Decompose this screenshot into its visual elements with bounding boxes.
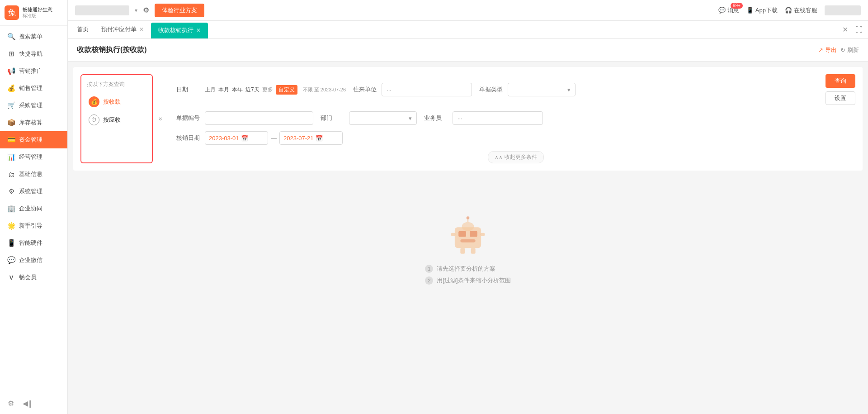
empty-tips: 1 请先选择要分析的方案 2 用[过滤]条件来缩小分析范围: [425, 265, 510, 285]
doctype-select[interactable]: ▾: [508, 83, 576, 96]
online-service-btn[interactable]: 🎧 在线客服: [785, 6, 817, 14]
filter-option-receivable[interactable]: ⏱ 按应收: [87, 111, 146, 129]
main-area: ▾ ⚙ 体验行业方案 💬 消息 99+ 📱 App下载 🎧 在线客服 首页: [68, 0, 868, 414]
sidebar-item-label: 系统管理: [19, 187, 42, 195]
sidebar-item-label: 基础信息: [19, 170, 42, 178]
doctype-label: 单据类型: [479, 86, 504, 94]
marketing-icon: 📢: [7, 67, 15, 75]
partner-filter-item: 往来单位 ···: [353, 83, 472, 96]
sidebar-item-inventory[interactable]: 📦 库存核算: [0, 114, 67, 131]
refresh-icon: ↻: [840, 47, 845, 53]
topbar-dropdown-arrow[interactable]: ▾: [135, 7, 137, 14]
sidebar-item-search[interactable]: 🔍 搜索菜单: [0, 28, 67, 45]
search-icon: 🔍: [7, 33, 15, 41]
date-opt-more[interactable]: 更多: [262, 86, 273, 94]
sidebar-item-marketing[interactable]: 📢 营销推广: [0, 62, 67, 80]
sidebar-item-purchase[interactable]: 🛒 采购管理: [0, 97, 67, 114]
verify-date-start[interactable]: 2023-03-01 📅: [205, 131, 268, 145]
sidebar-item-member[interactable]: V 畅会员: [0, 269, 67, 286]
verify-date-label: 核销日期: [176, 134, 201, 142]
topbar-gear-icon[interactable]: ⚙: [143, 6, 149, 14]
page-header: 收款核销执行(按收款) ↗ 导出 ↻ 刷新: [68, 39, 868, 62]
wechat-icon: 💬: [7, 256, 15, 264]
sidebar-item-label: 资金管理: [19, 136, 42, 144]
industry-btn[interactable]: 体验行业方案: [155, 4, 204, 17]
partner-dots: ···: [387, 86, 392, 93]
app-edition: 标准版: [23, 13, 52, 19]
sidebar-item-label: 企业协同: [19, 205, 42, 213]
date-opt-custom[interactable]: 自定义: [276, 85, 297, 95]
tab-home[interactable]: 首页: [71, 21, 94, 38]
sidebar-item-quick[interactable]: ⊞ 快捷导航: [0, 45, 67, 62]
sidebar-item-sales[interactable]: 💰 销售管理: [0, 80, 67, 97]
date-opt-lastmonth[interactable]: 上月: [205, 86, 216, 94]
filter-option-receipt[interactable]: 💰 按收款: [87, 93, 146, 111]
tab-prepayment-close[interactable]: ✕: [139, 26, 144, 33]
tab-receipt-verify-close[interactable]: ✕: [196, 27, 201, 33]
export-label: 导出: [825, 46, 837, 54]
topbar-right: 💬 消息 99+ 📱 App下载 🎧 在线客服: [718, 5, 861, 15]
collapse-sidebar-icon[interactable]: ◀‖: [21, 397, 33, 409]
message-btn[interactable]: 💬 消息 99+: [718, 6, 739, 14]
setting-btn[interactable]: 设置: [826, 91, 855, 105]
tab-expand-icon[interactable]: ⛶: [854, 24, 864, 36]
system-icon: ⚙: [7, 187, 15, 195]
verify-date-end[interactable]: 2023-07-21 📅: [279, 131, 343, 145]
query-btn[interactable]: 查询: [826, 74, 855, 88]
app-name: 畅捷通好生意: [23, 6, 52, 13]
sidebar-item-system[interactable]: ⚙ 系统管理: [0, 183, 67, 200]
page-header-actions: ↗ 导出 ↻ 刷新: [818, 46, 859, 54]
empty-tip-2: 2 用[过滤]条件来缩小分析范围: [425, 276, 510, 285]
collapse-up-icon: ∧∧: [495, 154, 503, 161]
member-icon: V: [7, 273, 15, 281]
filter-actions: 查询 设置: [826, 74, 855, 105]
collapse-row: ∧∧ 收起更多条件: [176, 151, 855, 163]
inventory-icon: 📦: [7, 119, 15, 127]
date-options: 上月 本月 本年 近7天 更多 自定义: [205, 85, 297, 95]
tab-prepayment-label: 预付冲应付单: [101, 25, 137, 33]
dept-select[interactable]: ▾: [349, 111, 417, 125]
dept-filter-item: 部门 ▾: [321, 111, 417, 125]
filter-row-1: 日期 上月 本月 本年 近7天 更多 自定义 不限 至 2023-07-26 往…: [176, 74, 855, 105]
tab-receipt-verify[interactable]: 收款核销执行 ✕: [151, 23, 208, 38]
service-label: 在线客服: [794, 6, 817, 14]
svg-point-10: [467, 216, 470, 219]
sidebar-item-ops[interactable]: 📊 经营管理: [0, 148, 67, 166]
date-opt-7days[interactable]: 近7天: [245, 86, 259, 94]
tab-close-all-icon[interactable]: ✕: [840, 24, 850, 36]
sidebar-item-hardware[interactable]: 📱 智能硬件: [0, 234, 67, 252]
tabbar-controls: ✕ ⛶: [840, 21, 864, 38]
tip-2-text: 用[过滤]条件来缩小分析范围: [437, 276, 510, 285]
sidebar-item-base[interactable]: 🗂 基础信息: [0, 166, 67, 183]
sidebar-item-guide[interactable]: 🌟 新手引导: [0, 217, 67, 234]
app-download-btn[interactable]: 📱 App下载: [746, 6, 778, 14]
collapse-arrow-icon: »: [157, 117, 165, 121]
export-btn[interactable]: ↗ 导出: [818, 46, 837, 54]
sidebar-item-enterprise[interactable]: 🏢 企业协同: [0, 200, 67, 217]
topbar: ▾ ⚙ 体验行业方案 💬 消息 99+ 📱 App下载 🎧 在线客服: [68, 0, 868, 21]
receipt-option-icon: 💰: [89, 96, 99, 107]
partner-select[interactable]: ···: [382, 83, 472, 96]
guide-icon: 🌟: [7, 222, 15, 230]
filter-collapse-btn[interactable]: »: [156, 74, 165, 163]
topbar-brand: [75, 5, 129, 15]
staff-select[interactable]: ···: [453, 111, 543, 125]
refresh-btn[interactable]: ↻ 刷新: [840, 46, 859, 54]
page-content: 收款核销执行(按收款) ↗ 导出 ↻ 刷新 按以下方案查询 💰 按收款: [68, 39, 868, 414]
docno-input[interactable]: [205, 111, 313, 125]
verify-date-end-value: 2023-07-21: [283, 135, 314, 142]
tab-prepayment[interactable]: 预付冲应付单 ✕: [94, 21, 151, 38]
sidebar-item-label: 企业微信: [19, 256, 42, 264]
settings-icon[interactable]: ⚙: [5, 397, 17, 409]
date-opt-thisyear[interactable]: 本年: [232, 86, 243, 94]
filter-row-3: 核销日期 2023-03-01 📅 — 2023-07-21 📅: [176, 131, 855, 145]
export-icon: ↗: [818, 47, 823, 53]
collapse-more-btn[interactable]: ∧∧ 收起更多条件: [488, 151, 544, 163]
sidebar-item-finance[interactable]: 💳 资金管理: [0, 131, 67, 148]
staff-filter-item: 业务员 ···: [424, 111, 543, 125]
svg-rect-4: [451, 233, 456, 236]
app-logo-icon: 兔: [5, 5, 19, 20]
date-opt-thismonth[interactable]: 本月: [218, 86, 229, 94]
enterprise-icon: 🏢: [7, 205, 15, 213]
sidebar-item-wechat[interactable]: 💬 企业微信: [0, 252, 67, 269]
